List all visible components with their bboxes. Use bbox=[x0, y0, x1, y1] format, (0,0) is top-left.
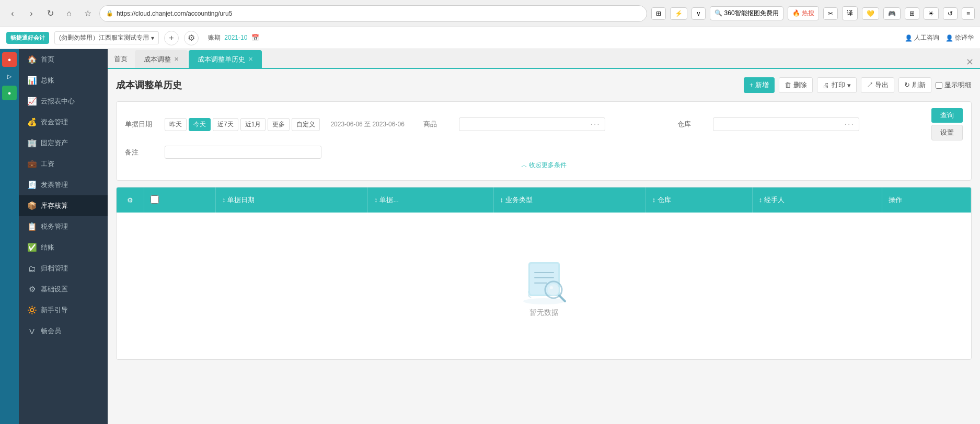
export-button[interactable]: ↗ 导出 bbox=[861, 77, 895, 93]
company-selector[interactable]: (勿删勿禁用）江西服宝测试专用 ▾ bbox=[54, 31, 159, 44]
sidebar-item-general-ledger[interactable]: 📊 总账 bbox=[19, 70, 108, 91]
print-button[interactable]: 🖨 打印 ▾ bbox=[817, 77, 857, 93]
calendar-icon[interactable]: 📅 bbox=[251, 34, 259, 41]
tab-cost-adjust-history-close[interactable]: ✕ bbox=[248, 56, 253, 63]
col-handler[interactable]: ↕ 经手人 bbox=[752, 187, 882, 213]
collapse-button[interactable]: ︿ 收起更多条件 bbox=[521, 161, 567, 170]
tab-cost-adjust-history[interactable]: 成本调整单历史 ✕ bbox=[189, 50, 262, 68]
company-settings-button[interactable]: ⚙ bbox=[184, 31, 199, 45]
undo-btn[interactable]: ↺ bbox=[943, 7, 958, 20]
sidebar-item-guide[interactable]: 🔆 新手引导 bbox=[19, 300, 108, 321]
forward-button[interactable]: › bbox=[24, 6, 39, 21]
new-button[interactable]: + 新增 bbox=[744, 77, 775, 93]
refresh-button[interactable]: ↻ 刷新 bbox=[898, 77, 931, 93]
home-button[interactable]: ⌂ bbox=[62, 6, 76, 21]
yesterday-btn[interactable]: 昨天 bbox=[165, 118, 187, 131]
wallet-btn[interactable]: 💛 bbox=[862, 7, 879, 20]
tab-cost-adjust[interactable]: 成本调整 ✕ bbox=[135, 50, 188, 68]
sidebar-item-inventory[interactable]: 📦 库存核算 bbox=[19, 195, 108, 216]
col-date[interactable]: ↕ 单据日期 bbox=[215, 187, 367, 213]
app-logo: 畅捷通好会计 bbox=[6, 32, 49, 44]
week-btn[interactable]: 近7天 bbox=[213, 118, 238, 131]
sidebar-item-icon-membership: V bbox=[27, 327, 37, 336]
today-btn[interactable]: 今天 bbox=[189, 118, 211, 131]
product-dots: ··· bbox=[590, 120, 600, 129]
tab-home-label: 首页 bbox=[114, 54, 128, 64]
sidebar-item-label-closing: 结账 bbox=[41, 243, 54, 252]
empty-text: 暂无数据 bbox=[529, 308, 559, 317]
more-btn[interactable]: 更多 bbox=[268, 118, 290, 131]
table-settings-btn[interactable]: ⚙ bbox=[123, 193, 137, 207]
topbar-right: 👤 人工咨询 👤 徐译华 bbox=[905, 33, 974, 42]
user-button[interactable]: 👤 徐译华 bbox=[946, 33, 974, 42]
more-btn[interactable]: ≡ bbox=[962, 7, 975, 20]
content-area: 首页 成本调整 ✕ 成本调整单历史 ✕ ✕ 成本调整单历史 bbox=[108, 49, 980, 424]
show-cols-checkbox[interactable] bbox=[936, 82, 942, 89]
sidebar-item-label-archive: 归档管理 bbox=[41, 264, 68, 273]
game-btn[interactable]: 🎮 bbox=[883, 7, 901, 20]
sidebar-item-invoice[interactable]: 🧾 发票管理 bbox=[19, 174, 108, 195]
theme-btn[interactable]: ☀ bbox=[924, 7, 939, 20]
select-all-checkbox[interactable] bbox=[151, 195, 159, 204]
filter-row-1: 单据日期 昨天 今天 近7天 近1月 更多 自定义 2023-06-06 至 2… bbox=[125, 108, 963, 140]
svg-point-7 bbox=[550, 286, 553, 289]
extensions-button[interactable]: ⊞ bbox=[651, 7, 666, 20]
sidebar-item-fixed-assets[interactable]: 🏢 固定资产 bbox=[19, 133, 108, 154]
hot-search-btn[interactable]: 🔥 热搜 bbox=[788, 6, 819, 20]
address-bar[interactable]: 🔒 https://cloud.chanjet.com/accounting/u… bbox=[99, 5, 647, 22]
sidebar-item-membership[interactable]: V 畅会员 bbox=[19, 321, 108, 341]
print-label: 打印 bbox=[832, 80, 845, 90]
browser-toolbar-right: ⊞ ⚡ ∨ 🔍 360智能抠图免费用 🔥 热搜 ✂ 译 💛 🎮 ⊞ ☀ ↺ ≡ bbox=[651, 6, 975, 20]
col-number[interactable]: ↕ 单据... bbox=[368, 187, 493, 213]
scissors-btn[interactable]: ✂ bbox=[823, 7, 838, 20]
sidebar-item-icon-payroll: 💼 bbox=[27, 159, 37, 169]
tab-cost-adjust-close[interactable]: ✕ bbox=[174, 56, 179, 63]
note-input[interactable] bbox=[165, 146, 321, 159]
sidebar-item-home[interactable]: 🏠 首页 bbox=[19, 49, 108, 70]
main-layout: ● ▷ ● 🏠 首页 📊 总账 📈 云报表中心 💰 资金管理 🏢 固定资产 💼 … bbox=[0, 49, 980, 424]
sidebar-item-archive[interactable]: 🗂 归档管理 bbox=[19, 258, 108, 279]
lightning-button[interactable]: ⚡ bbox=[670, 7, 687, 20]
query-button[interactable]: 查询 bbox=[931, 108, 963, 123]
search-btn[interactable]: 🔍 360智能抠图免费用 bbox=[710, 6, 783, 20]
consultation-label: 人工咨询 bbox=[914, 33, 939, 42]
back-button[interactable]: ‹ bbox=[5, 6, 20, 21]
warehouse-select[interactable]: ··· bbox=[713, 117, 859, 131]
empty-state: 暂无数据 bbox=[117, 213, 971, 359]
product-select[interactable]: ··· bbox=[459, 117, 605, 131]
col-type[interactable]: ↕ 业务类型 bbox=[493, 187, 645, 213]
bookmark-button[interactable]: ☆ bbox=[80, 6, 95, 21]
browser-chrome: ‹ › ↻ ⌂ ☆ 🔒 https://cloud.chanjet.com/ac… bbox=[0, 0, 980, 27]
print-dropdown-icon: ▾ bbox=[847, 81, 851, 89]
add-company-button[interactable]: + bbox=[164, 31, 179, 45]
reload-button[interactable]: ↻ bbox=[43, 6, 57, 21]
sidebar-item-funds[interactable]: 💰 资金管理 bbox=[19, 112, 108, 133]
tab-home[interactable]: 首页 bbox=[108, 50, 134, 68]
sidebar-item-reports[interactable]: 📈 云报表中心 bbox=[19, 91, 108, 112]
sidebar-item-payroll[interactable]: 💼 工资 bbox=[19, 154, 108, 174]
sidebar-item-label-payroll: 工资 bbox=[41, 159, 54, 169]
col-warehouse[interactable]: ↕ 仓库 bbox=[645, 187, 752, 213]
sidebar-item-icon-inventory: 📦 bbox=[27, 201, 37, 210]
translate-btn[interactable]: 译 bbox=[842, 6, 858, 20]
sidebar-item-closing[interactable]: ✅ 结账 bbox=[19, 237, 108, 258]
tab-cost-adjust-label: 成本调整 bbox=[144, 55, 171, 64]
strip-icon-red[interactable]: ● bbox=[2, 52, 17, 67]
month-btn[interactable]: 近1月 bbox=[240, 118, 266, 131]
sidebar-item-icon-archive: 🗂 bbox=[27, 264, 37, 273]
consultation-button[interactable]: 👤 人工咨询 bbox=[905, 33, 939, 42]
sidebar-item-settings[interactable]: ⚙ 基础设置 bbox=[19, 279, 108, 300]
strip-icon-green[interactable]: ● bbox=[2, 86, 17, 100]
custom-btn[interactable]: 自定义 bbox=[292, 118, 320, 131]
period-value: 2021-10 bbox=[224, 34, 247, 41]
period-info: 账期 2021-10 📅 bbox=[208, 33, 259, 42]
grid-btn[interactable]: ⊞ bbox=[905, 7, 919, 20]
menu-dropdown-button[interactable]: ∨ bbox=[691, 7, 706, 20]
sidebar-item-tax[interactable]: 📋 税务管理 bbox=[19, 216, 108, 237]
strip-icon-1[interactable]: ▷ bbox=[2, 69, 17, 84]
sidebar-item-label-tax: 税务管理 bbox=[41, 222, 68, 231]
setup-button[interactable]: 设置 bbox=[931, 125, 963, 140]
global-close-button[interactable]: ✕ bbox=[966, 56, 974, 68]
show-cols-toggle[interactable]: 显示明细 bbox=[936, 80, 972, 90]
delete-button[interactable]: 🗑 删除 bbox=[779, 77, 813, 93]
